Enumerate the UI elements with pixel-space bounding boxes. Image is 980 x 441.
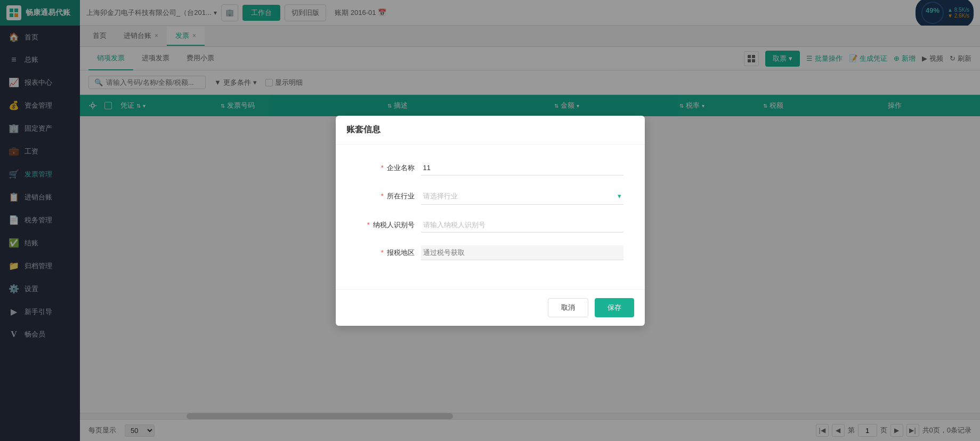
required-star: * bbox=[367, 221, 370, 229]
industry-placeholder: 请选择行业 bbox=[423, 191, 618, 201]
tax-region-input bbox=[421, 245, 623, 260]
account-info-modal: 账套信息 * 企业名称 * 所在行业 请选择行业 ▾ bbox=[336, 116, 645, 326]
cancel-button[interactable]: 取消 bbox=[548, 298, 588, 317]
form-row-industry: * 所在行业 请选择行业 ▾ bbox=[357, 188, 623, 205]
required-star: * bbox=[381, 192, 384, 200]
tax-id-label: * 纳税人识别号 bbox=[357, 220, 421, 230]
industry-select[interactable]: 请选择行业 ▾ bbox=[421, 188, 623, 205]
company-name-input[interactable] bbox=[421, 161, 623, 175]
form-row-tax-id: * 纳税人识别号 bbox=[357, 218, 623, 232]
industry-label: * 所在行业 bbox=[357, 191, 421, 201]
modal-footer: 取消 保存 bbox=[336, 289, 645, 326]
form-row-company-name: * 企业名称 bbox=[357, 161, 623, 175]
tax-region-label: * 报税地区 bbox=[357, 248, 421, 258]
modal-title: 账套信息 bbox=[336, 116, 645, 145]
save-button[interactable]: 保存 bbox=[595, 298, 634, 317]
required-star: * bbox=[381, 164, 384, 172]
form-row-tax-region: * 报税地区 bbox=[357, 245, 623, 260]
tax-id-input[interactable] bbox=[421, 218, 623, 232]
modal-body: * 企业名称 * 所在行业 请选择行业 ▾ * 纳 bbox=[336, 145, 645, 289]
company-name-label: * 企业名称 bbox=[357, 163, 421, 173]
required-star: * bbox=[381, 248, 384, 256]
industry-dropdown-icon: ▾ bbox=[618, 192, 621, 200]
modal-overlay: 账套信息 * 企业名称 * 所在行业 请选择行业 ▾ bbox=[0, 0, 980, 441]
